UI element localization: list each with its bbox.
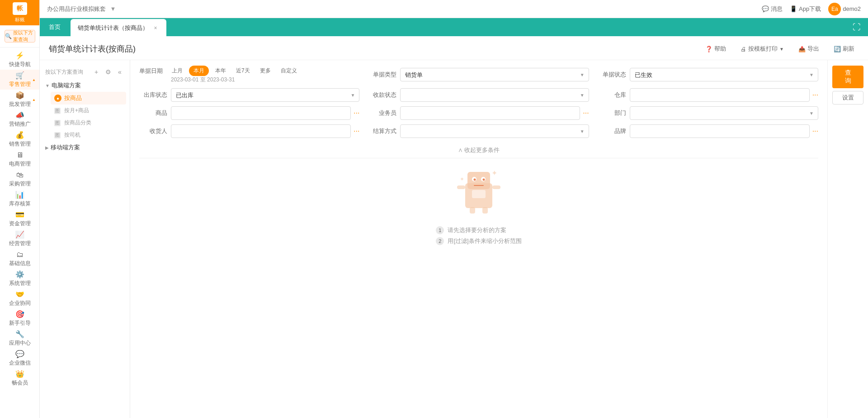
step-number-1: 1 [436, 226, 444, 234]
filter-col-payment: 结算方式 [368, 124, 589, 138]
date-btn-this-month[interactable]: 本月 [189, 66, 209, 76]
goods-control: ··· [171, 106, 359, 120]
tree-item-label-driver: 按司机 [64, 131, 80, 139]
setting-button[interactable]: 设置 [832, 91, 863, 104]
recipient-more-btn[interactable]: ··· [354, 127, 359, 135]
message-button[interactable]: 💬 消息 [762, 5, 783, 13]
nav-icon-marketing: 📣 [15, 111, 24, 119]
tree-sub-group-label-driver[interactable]: 图 按司机 [52, 129, 124, 141]
left-panel-header-actions: + ⚙ « [92, 67, 124, 76]
sidebar-item-system[interactable]: ⚙️ 系统管理 [0, 269, 39, 289]
tree-sub-group-label-category[interactable]: 图 按商品分类 [52, 117, 124, 129]
nav-icon-basic: 🗂 [16, 251, 24, 259]
tab-active-item[interactable]: 销货单统计计表（按商品） × [71, 19, 166, 37]
sidebar-item-basic[interactable]: 🗂 基础信息 [0, 249, 39, 269]
tree-group-pc-label[interactable]: ▼ 电脑端方案 [43, 79, 126, 92]
left-panel-header-text: 按以下方案查询 [45, 68, 83, 76]
date-btn-custom[interactable]: 自定义 [277, 66, 301, 76]
query-button[interactable]: 查询 [832, 66, 863, 88]
sidebar-item-wholesale[interactable]: 📦 批发管理 [0, 90, 39, 109]
recipient-input[interactable] [171, 124, 351, 138]
topbar-right: 💬 消息 📱 App下载 Ea demo2 [762, 3, 861, 15]
left-panel-header: 按以下方案查询 + ⚙ « [40, 65, 130, 79]
sidebar-item-retail[interactable]: 🛒 零售管理 [0, 70, 39, 90]
tree-group-mobile-text: 移动端方案 [51, 143, 80, 152]
recipient-control: ··· [171, 124, 359, 138]
logo-icon: 帐 [13, 2, 27, 15]
sidebar-label-member: 畅会员 [12, 379, 28, 387]
tree-group-mobile-label[interactable]: ▶ 移动端方案 [43, 141, 126, 154]
sidebar-item-marketing[interactable]: 📣 营销推广 [0, 109, 39, 129]
collapse-filters-button[interactable]: ∧ 收起更多条件 [139, 142, 818, 158]
tree-sub-group: 图 按月+商品 图 按商品分类 图 按司机 [51, 104, 126, 141]
tree-sub-group-label-month[interactable]: 图 按月+商品 [52, 104, 124, 117]
warehouse-input[interactable] [630, 88, 810, 102]
staff-input[interactable] [400, 106, 580, 120]
sidebar-item-apps[interactable]: 🔧 应用中心 [0, 328, 39, 348]
sidebar-item-ecommerce[interactable]: 🖥 电商管理 [0, 149, 39, 169]
refresh-button[interactable]: 🔄 刷新 [829, 43, 859, 55]
search-menu-button[interactable]: 🔍 按以下方案查询 [5, 30, 35, 43]
nav-icon-finance: 💳 [15, 210, 24, 219]
payment-select[interactable] [400, 124, 589, 138]
receipt-status-control [400, 88, 589, 102]
user-profile-button[interactable]: Ea demo2 [828, 3, 861, 15]
date-btn-more[interactable]: 更多 [256, 66, 274, 76]
date-btn-last-month[interactable]: 上月 [168, 66, 186, 76]
date-btn-this-year[interactable]: 本年 [212, 66, 230, 76]
app-download-button[interactable]: 📱 App下载 [790, 5, 821, 13]
out-status-control: 已出库 [171, 88, 359, 102]
export-button[interactable]: 📤 导出 [794, 43, 824, 55]
sidebar-item-sales[interactable]: 💰 销售管理 [0, 129, 39, 149]
staff-more-btn[interactable]: ··· [583, 109, 589, 117]
sidebar-item-wechat[interactable]: 💬 企业微信 [0, 348, 39, 368]
sidebar-item-finance[interactable]: 💳 资金管理 [0, 209, 39, 229]
industry-dropdown-button[interactable]: ▼ [109, 5, 117, 13]
doc-type-select-wrap: 销货单 [400, 68, 589, 81]
sidebar-item-inventory[interactable]: 📊 库存核算 [0, 189, 39, 209]
collapse-panel-button[interactable]: « [115, 67, 124, 76]
sidebar-item-member[interactable]: 👑 畅会员 [0, 368, 39, 388]
sidebar-label-finance: 资金管理 [9, 220, 31, 228]
sidebar-item-procurement[interactable]: 🛍 采购管理 [0, 169, 39, 189]
doc-status-select[interactable]: 已生效 [630, 68, 818, 81]
tab-expand-button[interactable]: ⛶ [845, 18, 868, 36]
date-btn-last7[interactable]: 近7天 [232, 66, 254, 76]
sidebar-item-quick-nav[interactable]: ⚡ 快捷导航 [0, 50, 39, 70]
empty-step1-text: 请先选择要分析的方案 [448, 226, 506, 234]
industry-selector-text: 办公用品行业模拟账套 [47, 5, 106, 13]
export-icon: 📤 [798, 46, 806, 52]
goods-more-btn[interactable]: ··· [354, 109, 359, 117]
brand-input[interactable] [630, 124, 810, 138]
goods-input[interactable] [171, 106, 351, 120]
sidebar-label-newuser: 新手引导 [9, 319, 31, 327]
doc-type-select[interactable]: 销货单 [400, 68, 589, 81]
department-select[interactable] [630, 106, 818, 120]
staff-control: ··· [400, 106, 589, 120]
print-dropdown-icon: ▼ [779, 47, 784, 52]
tree-item-by-goods[interactable]: ● 按商品 [51, 92, 126, 104]
sidebar-item-enterprise[interactable]: 🤝 企业协同 [0, 289, 39, 309]
filter-col-receipt-status: 收款状态 [368, 88, 589, 102]
add-scheme-button[interactable]: + [92, 67, 101, 76]
svg-point-5 [483, 179, 485, 181]
tab-close-button[interactable]: × [152, 24, 159, 32]
date-buttons: 上月 本月 本年 近7天 更多 自定义 [168, 66, 301, 76]
goods-label: 商品 [139, 109, 171, 117]
out-status-select[interactable]: 已出库 [171, 88, 359, 102]
receipt-status-select[interactable] [400, 88, 589, 102]
tab-home[interactable]: 首页 [40, 18, 70, 36]
doc-type-label: 单据类型 [368, 71, 400, 79]
sidebar-item-newuser[interactable]: 🎯 新手引导 [0, 309, 39, 328]
settings-scheme-button[interactable]: ⚙ [104, 67, 113, 76]
help-button[interactable]: ❓ 帮助 [701, 43, 731, 55]
filter-divider [139, 158, 818, 158]
tree-item-label-category: 按商品分类 [64, 119, 91, 127]
sidebar-label-wholesale: 批发管理 [9, 100, 31, 108]
warehouse-more-btn[interactable]: ··· [812, 91, 818, 99]
filter-row-3: 商品 ··· 业务员 ··· [139, 106, 818, 120]
print-button[interactable]: 🖨 按模板打印 ▼ [736, 43, 788, 55]
payment-label: 结算方式 [368, 127, 400, 135]
brand-more-btn[interactable]: ··· [812, 127, 818, 135]
sidebar-item-operations[interactable]: 📈 经营管理 [0, 229, 39, 249]
